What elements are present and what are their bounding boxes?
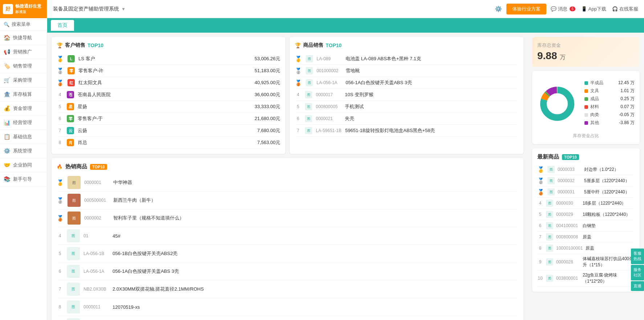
svg-text:图: 图	[72, 216, 76, 220]
topbar: 装备及固定资产辅助管理系统 ▼ ⚙️ 体验行业方案 💬 消息 6 📱 App下载…	[47, 0, 644, 18]
search-menu[interactable]: 🔍 搜索菜单	[0, 18, 47, 31]
list-item: 6 图 LA-056-1A 056-1A白色按键开关盖ABS 3壳	[57, 263, 518, 280]
product-placeholder: 图	[67, 283, 80, 296]
management-icon: 📊	[4, 119, 10, 126]
legend-dot	[584, 81, 588, 85]
medal-bronze: 🥉	[57, 79, 64, 86]
table-row: 8 肖 肖总 7,563.00元	[57, 137, 280, 149]
sidebar-item-inventory[interactable]: 🏦 库存核算	[0, 87, 47, 102]
trophy-icon: 🏆	[57, 42, 63, 48]
app-download-btn[interactable]: 📱 App下载	[581, 6, 606, 12]
product-rank-title: 🏆 商品销售TOP10	[295, 42, 518, 49]
product-img: 图	[305, 91, 312, 98]
sidebar-item-system[interactable]: ⚙️ 系统管理	[0, 144, 47, 158]
list-item: 🥈 图 000500001 新西兰牛肉（新牛）	[57, 192, 518, 209]
table-row: 4 苍 苍南县人民医院 36,600.00元	[57, 89, 280, 101]
legend-items: 半成品 12.45 万 文具 1.01 万 成品 0.25 万	[584, 80, 635, 128]
legend-dot	[584, 121, 588, 125]
list-item: 🥉 图 0000002 智利车子里（规格不知道填什么）	[57, 209, 518, 227]
settings-icon[interactable]: ⚙️	[495, 5, 502, 12]
np-img: 图	[546, 222, 553, 229]
np-img: 图	[547, 188, 555, 196]
customer-service-btn[interactable]: 客服热线	[631, 249, 644, 264]
community-btn[interactable]: 服务社区	[631, 265, 644, 280]
marketing-icon: 📢	[4, 49, 10, 55]
list-item: 5 图 LA-056-1B 056-1B白色按键开关壳ABS2壳	[57, 245, 518, 263]
product-image: 图	[68, 194, 81, 207]
product-rank-table: 🥇 图 LA-089 电池盖 LA-089 ABS本色+黑种 7.1克 🥈 图 …	[295, 53, 518, 137]
legend-item: 其他 -3.86 万	[584, 120, 635, 126]
app-logo: 好 畅捷通好生意 标准版	[0, 0, 47, 18]
product-placeholder: 图	[67, 265, 80, 278]
phone-icon: 📱	[581, 6, 587, 12]
system-title: 装备及固定资产辅助管理系统 ▼	[53, 6, 490, 12]
message-btn[interactable]: 💬 消息 6	[551, 6, 575, 12]
online-service-btn[interactable]: 🎧 在线客服	[612, 6, 638, 12]
fire-icon: 🔥	[57, 164, 62, 169]
np-img: 图	[546, 258, 553, 266]
svg-text:图: 图	[72, 181, 76, 185]
customer-badge: 肖	[67, 139, 74, 146]
np-img: 图	[547, 177, 555, 184]
customer-badge: 云	[67, 127, 74, 134]
topbar-right: 💬 消息 6 📱 App下载 🎧 在线客服	[551, 6, 638, 12]
tab-home[interactable]: 首页	[51, 20, 74, 31]
cooperation-icon: 🤝	[4, 162, 10, 168]
legend-dot	[584, 89, 588, 93]
medal-gold: 🥇	[537, 166, 545, 173]
customer-badge: 零	[68, 67, 75, 74]
np-img: 图	[546, 211, 553, 218]
product-placeholder: 图	[67, 247, 80, 260]
sidebar-item-marketing[interactable]: 📢 营销推广	[0, 45, 47, 59]
sidebar-item-basic[interactable]: 📋 基础信息	[0, 130, 47, 144]
trial-button[interactable]: 体验行业方案	[506, 4, 546, 15]
sidebar-item-purchase[interactable]: 🛒 采购管理	[0, 73, 47, 87]
sidebar-item-finance[interactable]: 💰 资金管理	[0, 102, 47, 116]
inventory-icon: 🏦	[4, 91, 10, 98]
sidebar-item-cooperation[interactable]: 🤝 企业协同	[0, 158, 47, 172]
legend-item: 肉类 -0.05 万	[584, 112, 635, 118]
sidebar-item-sales[interactable]: 🏷️ 销售管理	[0, 59, 47, 73]
hot-products-card: 🔥 热销商品 TOP10 🥇 图 0000001 中华神器 🥈	[52, 158, 523, 320]
inventory-total-card: 库存总资金 9.88 万	[532, 37, 640, 67]
sidebar-item-management[interactable]: 📊 经营管理	[0, 116, 47, 130]
newest-products-card: 最新商品 TOP10 🥇 图 0000033 封边带（1.0*22） 🥈 图 0…	[532, 148, 640, 292]
medal-gold: 🥇	[57, 56, 64, 62]
list-item: 7 图 000800008 原盖	[537, 231, 635, 243]
list-item: 🥇 图 0000033 封边带（1.0*22）	[537, 164, 635, 175]
np-img: 图	[546, 275, 553, 282]
list-item: 🥇 图 0000001 中华神器	[57, 174, 518, 192]
legend-item: 材料 0.07 万	[584, 104, 635, 110]
medal-silver: 🥈	[57, 197, 64, 204]
product-img: 图	[305, 115, 312, 122]
product-image: 图	[68, 212, 81, 225]
medal-bronze: 🥉	[295, 79, 302, 86]
right-panel: 库存总资金 9.88 万	[528, 33, 644, 320]
inventory-chart-card: 半成品 12.45 万 文具 1.01 万 成品 0.25 万	[532, 71, 640, 144]
table-row: 🥈 图 001000002 雪地靴	[295, 65, 518, 77]
legend-item: 半成品 12.45 万	[584, 80, 635, 86]
list-item: 10 图 003800001 22g鱼豆腐·烧烤味（1*12*20）	[537, 270, 635, 287]
dropdown-arrow[interactable]: ▼	[121, 7, 126, 12]
sidebar-item-shortcuts[interactable]: 🏠 快捷导航	[0, 31, 47, 45]
content-main: 🏆 客户销售TOP10 🥇 L LS 客户 53,006.26元	[47, 33, 528, 320]
table-row: 🥇 L LS 客户 53,006.26元	[57, 53, 280, 65]
medal-bronze: 🥉	[57, 215, 64, 222]
product-placeholder: 图	[67, 300, 80, 313]
donut-container: 半成品 12.45 万 文具 1.01 万 成品 0.25 万	[537, 76, 635, 131]
top-row: 🏆 客户销售TOP10 🥇 L LS 客户 53,006.26元	[52, 37, 523, 154]
table-row: 7 云 云扬 7,680.00元	[57, 125, 280, 137]
np-img: 图	[546, 200, 553, 207]
product-img: 图	[306, 67, 313, 74]
customer-badge: 星	[67, 103, 74, 110]
list-item: 6 图 004100001 白钢垫	[537, 220, 635, 231]
logo-icon: 好	[3, 4, 13, 14]
svg-text:图: 图	[72, 198, 76, 202]
live-btn[interactable]: 直播	[631, 281, 644, 291]
table-row: 6 图 0000021 夹壳	[295, 113, 518, 125]
customer-rank-card: 🏆 客户销售TOP10 🥇 L LS 客户 53,006.26元	[52, 37, 285, 154]
product-placeholder: 图	[67, 229, 80, 242]
product-image: 图	[68, 176, 81, 189]
sales-icon: 🏷️	[4, 63, 10, 69]
sidebar-item-guide[interactable]: 📚 新手引导	[0, 172, 47, 186]
